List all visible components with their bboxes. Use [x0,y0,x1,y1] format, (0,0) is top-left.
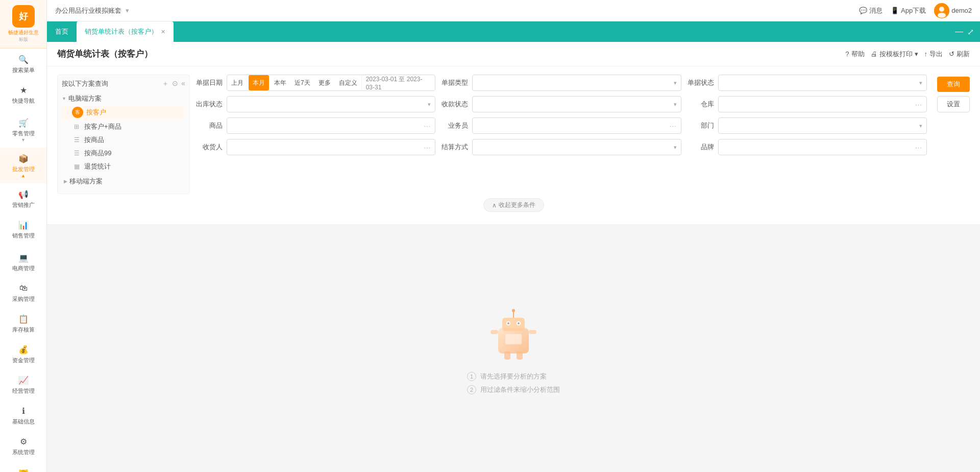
warehouse-control[interactable]: ··· [718,96,927,112]
sidebar-item-sales[interactable]: 📊 销售管理 [0,214,46,245]
settlement-control[interactable]: ▾ [472,139,681,155]
scheme-item-by-product99[interactable]: ☰ 按商品99 [62,147,185,160]
date-tab-lastmonth[interactable]: 上月 [227,75,248,90]
doctype-dropdown-icon: ▾ [674,80,677,86]
scheme-add-icon[interactable]: ＋ [162,79,169,88]
filter-item-paymentstatus: 收款状态 ▾ [442,96,681,112]
table2-icon: ☰ [72,149,81,158]
brand-control[interactable]: ··· [718,139,927,155]
scheme-item-by-product[interactable]: ☰ 按商品 [62,133,185,147]
retail-icon: 🛒 [18,117,29,128]
scheme-group-mobile-title[interactable]: ▶ 移动端方案 [62,175,185,187]
scheme-item-by-customer[interactable]: 客 按客户 [62,105,185,120]
sidebar-item-search[interactable]: 🔍 搜索菜单 [0,49,46,79]
settings-button[interactable]: 设置 [937,96,970,112]
date-tab-thismonth[interactable]: 本月 [249,75,269,90]
app-download-btn[interactable]: 📱 App下载 [891,6,926,15]
scheme-collapse-icon[interactable]: « [181,79,185,88]
message-btn[interactable]: 💬 消息 [859,6,883,15]
page-title: 销货单统计表（按客户） [57,48,153,60]
sidebar-item-purchase[interactable]: 🛍 采购管理 [0,277,46,308]
tab-home[interactable]: 首页 [47,21,77,42]
scheme-item-customer-product[interactable]: ⊞ 按客户+商品 [62,120,185,133]
sidebar-item-ecommerce[interactable]: 💻 电商管理 [0,247,46,277]
sales-icon: 📊 [18,219,29,230]
salesperson-control[interactable]: ··· [472,117,681,134]
filter-item-date: 单据日期 上月 本月 本年 近7天 更多 自定义 [196,75,435,91]
refresh-btn[interactable]: ↺ 刷新 [949,50,970,59]
receiver-control[interactable]: ··· [227,139,435,155]
print-btn[interactable]: 🖨 按模板打印 ▾ [871,50,918,59]
ecommerce-icon: 💻 [18,252,29,263]
sidebar-item-basicinfo[interactable]: ℹ 基础信息 [0,400,46,431]
sidebar-item-quicknav[interactable]: ★ 快捷导航 [0,79,46,110]
warehouse-more-icon: ··· [915,101,922,108]
tab-close-icon[interactable]: ✕ [161,29,165,35]
outstatus-dropdown-icon: ▾ [428,101,431,108]
department-control[interactable]: ▾ [718,117,927,134]
content-area: 销货单统计表（按客户） ? 帮助 🖨 按模板打印 ▾ ↑ 导出 ↺ 刷新 [47,42,980,472]
docstatus-control[interactable]: ▾ [718,75,927,91]
action-btns-area: 查询 设置 [933,75,970,194]
empty-hints: 1 请先选择要分析的方案 2 用过滤条件来缩小分析范围 [467,372,560,394]
user-area[interactable]: demo2 [934,3,972,18]
scheme-item-return-stats[interactable]: ▦ 退货统计 [62,160,185,173]
scheme-header-label: 按以下方案查询 [62,79,108,88]
product-control[interactable]: ··· [227,117,435,134]
pc-group-expand-icon: ▼ [62,96,66,101]
salesperson-label: 业务员 [442,121,468,130]
date-control[interactable]: 上月 本月 本年 近7天 更多 自定义 2023-03-01 至 2023-03… [227,75,435,91]
avatar-image [934,3,949,18]
doctype-control[interactable]: ▾ [472,75,681,91]
finance-icon: 💰 [18,344,29,355]
sidebar-item-finance[interactable]: 💰 资金管理 [0,339,46,369]
user-avatar [934,3,949,18]
date-tab-thisyear[interactable]: 本年 [270,75,290,90]
query-button[interactable]: 查询 [937,77,970,92]
hint-num-1: 1 [467,372,476,381]
svg-point-1 [939,7,944,12]
date-value: 2023-03-01 至 2023-03-31 [361,75,435,91]
sidebar-item-marketing[interactable]: 📢 营销推广 [0,183,46,214]
tab-sales-stats[interactable]: 销货单统计表（按客户） ✕ [77,21,174,42]
filter-item-product: 商品 ··· [196,117,435,134]
outstatus-control[interactable]: ▾ [227,96,435,112]
operations-icon: 📈 [18,374,29,386]
collapse-button[interactable]: ∧ 收起更多条件 [483,198,544,212]
main-area: 办公用品行业模拟账套 ▾ 💬 消息 📱 App下载 de [47,0,980,472]
sidebar-item-sysadmin[interactable]: ⚙ 系统管理 [0,431,46,461]
help-btn[interactable]: ? 帮助 [845,50,864,59]
outstatus-label: 出库状态 [196,100,223,109]
date-tab-7days[interactable]: 近7天 [290,75,314,90]
filter-item-department: 部门 ▾ [688,117,927,134]
dropdown-arrow-icon[interactable]: ▾ [126,7,129,14]
sidebar-item-collab[interactable]: 🤝 企业协同 [0,461,46,472]
schemes-panel: 按以下方案查询 ＋ ⊙ « ▼ 电脑端方案 [57,75,190,194]
sysadmin-icon: ⚙ [18,436,29,447]
tabbar: 首页 销货单统计表（按客户） ✕ — ⤢ [47,21,980,42]
tab-minimize-icon[interactable]: — [955,27,963,36]
empty-hint-2: 2 用过滤条件来缩小分析范围 [467,385,560,394]
scheme-settings-icon[interactable]: ⊙ [172,79,178,88]
sidebar-item-inventory[interactable]: 📋 库存核算 [0,308,46,339]
department-dropdown-icon: ▾ [919,123,922,129]
svg-point-7 [507,322,509,324]
tab-maximize-icon[interactable]: ⤢ [967,27,974,37]
export-btn[interactable]: ↑ 导出 [924,50,943,59]
expand-arrow-active-icon: ▲ [21,173,26,178]
receiver-label: 收货人 [196,143,223,152]
paymentstatus-control[interactable]: ▾ [472,96,681,112]
export-icon: ↑ [924,50,928,58]
warehouse-label: 仓库 [688,100,714,109]
date-tab-custom[interactable]: 自定义 [335,75,361,90]
date-tab-more[interactable]: 更多 [314,75,335,90]
sidebar-item-wholesale[interactable]: 📦 批发管理 ▲ [0,148,46,183]
sidebar-item-retail[interactable]: 🛒 零售管理 ▼ [0,112,46,148]
empty-hint-1: 1 请先选择要分析的方案 [467,372,560,381]
print-dropdown-icon: ▾ [915,50,918,58]
svg-point-8 [518,322,520,324]
scheme-group-pc-title[interactable]: ▼ 电脑端方案 [62,92,185,105]
brand-label: 品牌 [688,143,714,152]
scheme-group-mobile: ▶ 移动端方案 [62,175,185,187]
sidebar-item-operations[interactable]: 📈 经营管理 [0,369,46,400]
